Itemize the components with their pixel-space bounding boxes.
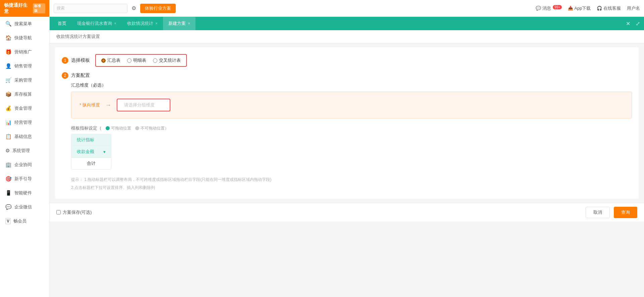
tab-new-plan-close[interactable]: ×	[188, 21, 190, 26]
sidebar: 畅捷通好生意 标准版 🔍 搜索菜单 🏠 快捷导航 🎁 营销推广 👤 销售管理 🛒…	[0, 0, 50, 297]
sidebar-item-label: 企业协同	[14, 162, 32, 168]
metrics-metric-name[interactable]: 收款金额 ▾	[71, 146, 111, 158]
stats-label: 统计指标	[77, 137, 94, 143]
money-icon: 💰	[5, 105, 12, 111]
step1-row: 1 选择模板 汇总表 明细表 交叉统计表	[62, 54, 632, 67]
dropdown-icon: ▾	[103, 149, 106, 154]
tip-2: 2.点击标题栏下拉可设置排序、插入列和删除列	[71, 184, 632, 192]
clipboard-icon: 📋	[5, 134, 12, 140]
tab-bank-flow[interactable]: 现金银行流水查询 ×	[72, 17, 122, 30]
content-area: 收款情况统计方案设置 1 选择模板 汇总表 明细表	[50, 30, 644, 297]
step1-label: 选择模板	[71, 57, 90, 63]
radio-summary[interactable]: 汇总表	[101, 57, 120, 63]
sidebar-item-operation[interactable]: 📊 经营管理	[0, 115, 49, 130]
radio-detail[interactable]: 明细表	[127, 57, 146, 63]
query-button[interactable]: 查询	[614, 207, 637, 218]
topbar: 搜索 ⚙ 体验行业方案 💬 消息 99+ 📥 App下载 🎧 在线客服 用户名	[50, 0, 644, 17]
dimension-select[interactable]: 请选择分组维度	[117, 99, 170, 111]
sidebar-item-label: 采购管理	[14, 77, 32, 83]
app-logo: 畅捷通好生意 标准版	[0, 0, 49, 17]
service-label: 在线客服	[603, 6, 621, 11]
fixed-dot	[135, 126, 139, 130]
app-download-area[interactable]: 📥 App下载	[568, 5, 591, 11]
tabbar-actions: ✕ ⤢	[625, 19, 641, 28]
tip-1: 提示： 1.拖动标题栏可以调整布局，不可跨维度或指标区域拖动栏目字段(只能在同一…	[71, 176, 632, 184]
home-icon: 🏠	[5, 35, 12, 41]
service-icon: 🎧	[597, 6, 602, 11]
main-area: 搜索 ⚙ 体验行业方案 💬 消息 99+ 📥 App下载 🎧 在线客服 用户名	[50, 0, 644, 297]
sidebar-item-sales[interactable]: 👤 销售管理	[0, 59, 49, 73]
cancel-button[interactable]: 取消	[586, 207, 610, 218]
step2-badge: 2	[62, 72, 68, 79]
sidebar-item-label: 企业微信	[14, 204, 32, 210]
sidebar-item-member[interactable]: V 畅会员	[0, 214, 49, 228]
search-input-area[interactable]: 搜索	[54, 4, 127, 13]
sidebar-item-quick-nav[interactable]: 🏠 快捷导航	[0, 31, 49, 45]
download-label: App下载	[574, 6, 591, 11]
metric-name: 收款金额	[77, 149, 94, 155]
sidebar-item-basic-info[interactable]: 📋 基础信息	[0, 130, 49, 144]
settings-icon[interactable]: ⚙	[131, 5, 136, 11]
sidebar-item-enterprise[interactable]: 🏢 企业协同	[0, 158, 49, 172]
industry-button[interactable]: 体验行业方案	[140, 4, 176, 13]
metrics-total: 合计	[71, 158, 111, 169]
metrics-label-text: 模板指标设定（	[71, 125, 102, 131]
notification-area[interactable]: 💬 消息 99+	[536, 5, 562, 11]
close-window-icon[interactable]: ✕	[625, 19, 632, 28]
search-icon: 🔍	[5, 21, 12, 27]
sidebar-item-guide[interactable]: 🎯 新手引导	[0, 172, 49, 186]
sidebar-item-label: 快捷导航	[14, 35, 32, 41]
message-icon: 💬	[536, 6, 541, 11]
tab-receivables-label: 收款情况统计	[127, 20, 153, 27]
app-badge: 标准版	[33, 3, 45, 13]
sidebar-item-label: 基础信息	[14, 134, 32, 140]
fixed-label: 不可拖动位置）	[141, 126, 169, 131]
sidebar-item-marketing[interactable]: 🎁 营销推广	[0, 45, 49, 59]
tab-receivables-close[interactable]: ×	[155, 21, 158, 26]
download-icon: 📥	[568, 6, 573, 11]
radio-detail-label: 明细表	[133, 57, 146, 63]
sidebar-item-purchase[interactable]: 🛒 采购管理	[0, 73, 49, 87]
chat-icon: 💬	[5, 204, 12, 210]
fixed-indicator: 不可拖动位置）	[135, 126, 169, 131]
user-name: 用户名	[627, 6, 640, 11]
sidebar-item-label: 资金管理	[14, 105, 32, 111]
notification-label: 消息	[542, 6, 551, 11]
tab-home[interactable]: 首页	[52, 17, 72, 30]
maximize-icon[interactable]: ⤢	[634, 19, 641, 28]
save-checkbox[interactable]	[56, 210, 61, 214]
sidebar-item-wechat[interactable]: 💬 企业微信	[0, 200, 49, 214]
tab-home-label: 首页	[58, 20, 66, 27]
sidebar-item-label: 营销推广	[14, 49, 32, 55]
settings-card: 1 选择模板 汇总表 明细表 交叉统计表	[55, 47, 639, 199]
tabbar: 首页 现金银行流水查询 × 收款情况统计 × 新建方案 × ✕ ⤢	[50, 17, 644, 30]
bottombar: 方案保存(可选) 取消 查询	[50, 203, 644, 221]
online-service-area[interactable]: 🎧 在线客服	[597, 5, 621, 11]
tab-receivables[interactable]: 收款情况统计 ×	[122, 17, 163, 30]
user-icon: 👤	[5, 63, 12, 69]
sidebar-item-hardware[interactable]: 📱 智能硬件	[0, 186, 49, 200]
tab-bank-flow-close[interactable]: ×	[114, 21, 116, 26]
radio-summary-label: 汇总表	[107, 57, 120, 63]
gear-icon: ⚙	[5, 148, 10, 154]
sidebar-item-search-menu[interactable]: 🔍 搜索菜单	[0, 17, 49, 31]
tab-new-plan[interactable]: 新建方案 ×	[163, 17, 196, 30]
sidebar-item-inventory[interactable]: 📦 库存核算	[0, 87, 49, 101]
sidebar-item-system[interactable]: ⚙ 系统管理	[0, 144, 49, 158]
sidebar-item-finance[interactable]: 💰 资金管理	[0, 101, 49, 115]
radio-cross-label: 交叉统计表	[159, 57, 181, 63]
arrow-icon: →	[105, 102, 111, 109]
movable-indicator: 可拖动位置	[106, 126, 131, 131]
step2-row: 2 方案配置	[62, 72, 632, 79]
app-name: 畅捷通好生意	[4, 2, 32, 14]
sidebar-item-label: 新手引导	[14, 176, 32, 182]
radio-cross[interactable]: 交叉统计表	[153, 57, 181, 63]
movable-label: 可拖动位置	[111, 126, 131, 131]
step2-label: 方案配置	[71, 72, 90, 79]
sidebar-item-label: 经营管理	[14, 119, 32, 126]
user-info[interactable]: 用户名	[627, 5, 640, 11]
vertical-dimension-label: * 纵向维度	[79, 102, 100, 108]
bottombar-buttons: 取消 查询	[586, 207, 637, 218]
sidebar-item-label: 销售管理	[14, 63, 32, 69]
save-checkbox-area[interactable]: 方案保存(可选)	[56, 209, 92, 215]
